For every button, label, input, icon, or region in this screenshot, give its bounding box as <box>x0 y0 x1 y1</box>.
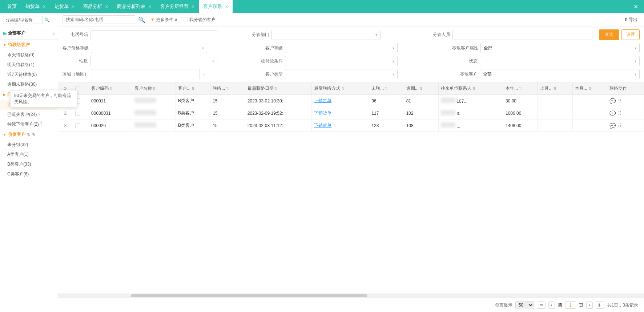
horizontal-scrollbar[interactable] <box>58 293 644 298</box>
prev-page-btn[interactable]: ‹ <box>548 301 555 309</box>
collapse-icon[interactable]: « <box>52 31 55 36</box>
sidebar-item-class-c[interactable]: C类客户(6) <box>0 169 58 179</box>
th-type[interactable]: 客户... <box>176 82 210 95</box>
row2-chat-icon[interactable]: 💬 <box>609 110 616 116</box>
sidebar-group-value-label: 价值客户 <box>8 131 25 138</box>
row1-chat-icon[interactable]: 💬 <box>609 98 616 104</box>
th-this-month[interactable]: 本月... <box>572 82 607 95</box>
more-conditions-btn[interactable]: ▼ 更多条件 ∧ <box>148 16 180 24</box>
row2-contact: 15 <box>210 107 245 119</box>
th-name[interactable]: 客户名称 <box>132 82 176 95</box>
row3-chat-icon[interactable]: 💬 <box>609 123 616 129</box>
th-last-date[interactable]: 最后联络日期 <box>245 82 311 95</box>
sidebar-item-class-b[interactable]: B类客户(33) <box>0 159 58 169</box>
th-uncontacted[interactable]: 未联... <box>369 82 404 95</box>
nav-home[interactable]: 首页 <box>3 0 21 13</box>
scrollbar-thumb[interactable] <box>131 294 367 297</box>
arrow-right-icon: ▶ <box>3 93 6 97</box>
sidebar-group-pending[interactable]: ▼ 待联络客户 <box>0 40 58 50</box>
region-dots-btn[interactable]: ··· <box>200 72 206 77</box>
row2-more-icon[interactable]: ⠿ <box>618 110 621 116</box>
sidebar: 🔍 ⊞ 全部客户 « ▼ 待联络客户 今天待联络(0) 明天待联络(1) 近7天… <box>0 13 58 312</box>
row3-checkbox[interactable] <box>75 123 80 128</box>
nav-purchase-close[interactable]: ✕ <box>71 4 75 9</box>
export-btn[interactable]: ⬆ 导出 <box>622 16 640 24</box>
nav-goods-analysis[interactable]: 商品分析 ✕ <box>79 0 113 13</box>
sidebar-item-already-lost[interactable]: 已流失客户(24) ? <box>0 110 58 119</box>
sidebar-search-input[interactable] <box>3 16 43 24</box>
chevron-down-icon-dept: ▾ <box>375 33 377 37</box>
page-size-select[interactable]: 50 100 200 <box>515 301 534 309</box>
nav-sales[interactable]: 销货单 ✕ <box>21 0 50 13</box>
row1-more-icon[interactable]: ⠿ <box>618 98 621 104</box>
refresh-icon[interactable]: ↻ <box>27 132 31 137</box>
last-page-btn[interactable]: ⊩ <box>596 301 604 309</box>
sidebar-item-declining[interactable]: 持续下滑客户(2) ? <box>0 119 58 129</box>
row3-uncontacted: 123 <box>369 119 404 132</box>
field-customer-level-select[interactable]: ▾ <box>285 43 398 53</box>
field-payment-select[interactable]: ▾ <box>285 56 398 66</box>
nav-customer-contact-close[interactable]: ✕ <box>225 4 228 9</box>
sidebar-item-7days[interactable]: 近7天待联络(0) <box>0 70 58 80</box>
field-customer-level-label: 客户等级 <box>257 45 283 51</box>
row1-name-blurred <box>134 98 156 103</box>
sidebar-search-icon[interactable]: 🔍 <box>44 17 50 23</box>
sidebar-item-today[interactable]: 今天待联络(0) <box>0 50 58 60</box>
field-customer-type-select[interactable]: ▾ <box>285 69 398 79</box>
nav-customer-layered[interactable]: 客户分层经营 ✕ <box>156 0 199 13</box>
row1-method-link[interactable]: 下销货单 <box>314 98 331 103</box>
sidebar-item-unsorted[interactable]: 未分组(32) <box>0 140 58 150</box>
th-contact-count[interactable]: 联络... <box>210 82 245 95</box>
field-sparse-select[interactable]: 全部 ▾ <box>480 69 640 79</box>
th-last-method[interactable]: 最后联络方式 <box>312 82 369 95</box>
manager-dots-btn[interactable]: ··· <box>592 32 599 37</box>
th-code[interactable]: 客户编码 <box>89 82 132 95</box>
nav-sales-close[interactable]: ✕ <box>43 4 46 9</box>
search-icon-bar[interactable]: 🔍 <box>138 16 145 23</box>
sidebar-item-overdue[interactable]: 逾期未联络(30) <box>0 80 58 89</box>
sidebar-item-class-a[interactable]: A类客户(1) <box>0 150 58 159</box>
sidebar-group-value[interactable]: ▼ 价值客户 ↻ ✎ <box>0 129 58 140</box>
export-icon: ⬆ <box>624 17 628 22</box>
th-contact-person[interactable]: 往来单位联系人 <box>439 82 503 95</box>
field-payment-label: 收付款条件 <box>257 58 283 64</box>
field-nature-select[interactable]: ▾ <box>90 56 217 66</box>
row1-contact: 15 <box>210 95 245 107</box>
current-page-input[interactable] <box>565 301 576 309</box>
field-region-select[interactable] <box>91 69 200 79</box>
edit-icon[interactable]: ✎ <box>32 132 36 137</box>
field-dept-select[interactable]: ▾ <box>271 30 381 40</box>
nav-purchase[interactable]: 进货单 ✕ <box>50 0 79 13</box>
field-price-level-select[interactable]: ▾ <box>91 43 207 53</box>
row3-method-link[interactable]: 下销货单 <box>314 123 331 128</box>
th-overdue[interactable]: 逾期... <box>404 82 438 95</box>
query-button[interactable]: 查询 <box>599 29 619 40</box>
nav-customer-layered-close[interactable]: ✕ <box>191 4 194 9</box>
my-customers-checkbox-area[interactable]: 我分管的客户 <box>183 17 216 23</box>
chevron-down-icon-price: ▾ <box>202 46 204 50</box>
sidebar-item-tomorrow[interactable]: 明天待联络(1) <box>0 60 58 70</box>
my-customers-checkbox[interactable] <box>183 17 188 22</box>
field-manager-select[interactable] <box>452 30 592 40</box>
table-container: ⚙ 客户编码 客户名称 客户... 联络... 最后联络日期 最后联络方式 未联… <box>58 82 644 293</box>
search-input[interactable] <box>63 15 135 24</box>
next-page-btn[interactable]: › <box>586 301 593 309</box>
first-page-btn[interactable]: ⊨ <box>537 301 546 309</box>
nav-customer-contact[interactable]: 客户联系 ✕ <box>199 0 233 13</box>
row1-name <box>132 95 176 107</box>
nav-goods-analysis-list[interactable]: 商品分析列表 ✕ <box>113 0 156 13</box>
row3-index: 3 <box>58 119 73 132</box>
field-sparse-attr-select[interactable]: 全部 ▾ <box>480 43 640 53</box>
row3-more-icon[interactable]: ⠿ <box>618 123 621 129</box>
nav-goods-analysis-close[interactable]: ✕ <box>105 4 108 9</box>
row2-checkbox[interactable] <box>75 111 80 116</box>
row2-person: 3... <box>439 107 503 119</box>
setting-button[interactable]: 设置 <box>621 29 640 40</box>
th-year-amount[interactable]: 本年... <box>503 82 538 95</box>
row2-method-link[interactable]: 下销货单 <box>314 110 331 116</box>
nav-goods-analysis-list-close[interactable]: ✕ <box>148 4 152 9</box>
th-last-month[interactable]: 上月... <box>538 82 572 95</box>
field-phone-input[interactable] <box>90 31 217 39</box>
field-status-select[interactable]: ▾ <box>480 56 640 66</box>
window-close[interactable]: ✕ <box>631 3 641 10</box>
